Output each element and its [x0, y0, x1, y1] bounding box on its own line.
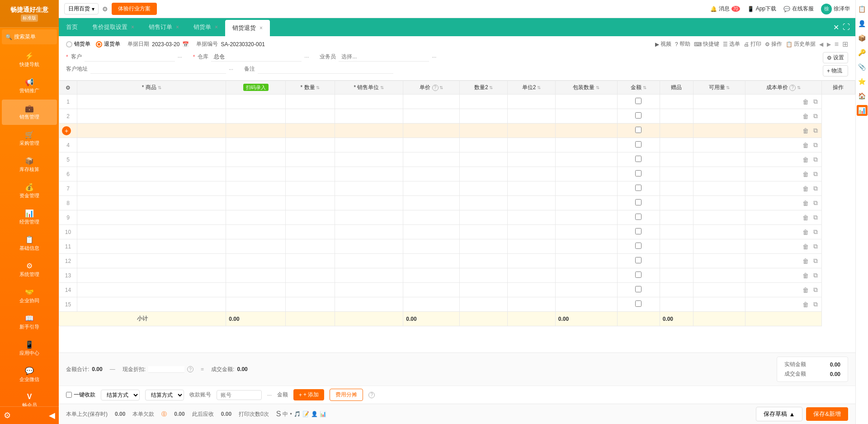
delete-btn-11[interactable]: 🗑	[802, 242, 810, 251]
row-unit2-11[interactable]	[460, 239, 508, 254]
delete-btn-2[interactable]: 🗑	[802, 112, 810, 121]
row-price-7[interactable]	[335, 181, 403, 196]
row-available-6[interactable]	[660, 167, 693, 181]
copy-btn-4[interactable]: ⧉	[812, 140, 819, 150]
action-shortcut[interactable]: ⌨ 快捷键	[694, 40, 719, 48]
warehouse-input[interactable]	[211, 52, 302, 62]
right-icon-5[interactable]: 📎	[857, 62, 868, 72]
row-price-13[interactable]	[335, 268, 403, 283]
copy-btn-15[interactable]: ⧉	[812, 300, 819, 309]
row-qty-1[interactable]	[226, 95, 286, 109]
row-qty-5[interactable]	[226, 152, 286, 167]
row-price-9[interactable]	[335, 210, 403, 225]
row-product-5[interactable]	[77, 152, 226, 167]
account-more-btn[interactable]: ···	[267, 392, 272, 398]
action-help[interactable]: ? 帮助	[675, 40, 690, 48]
row-available-1[interactable]	[660, 95, 693, 109]
add-row-btn[interactable]: +	[62, 126, 71, 135]
col-price[interactable]: 单价 ?	[403, 81, 460, 95]
sidebar-item-search-menu[interactable]: 🔍 搜索菜单	[2, 29, 57, 44]
tab-sales-return[interactable]: 销货退货 ×	[225, 20, 270, 36]
row-unit-13[interactable]	[286, 268, 335, 283]
logistics-btn[interactable]: + 物流	[823, 65, 848, 76]
row-pack-11[interactable]	[508, 239, 556, 254]
row-pack-9[interactable]	[508, 210, 556, 225]
copy-btn-1[interactable]: ⧉	[812, 97, 819, 106]
gift-checkbox-3[interactable]	[635, 127, 642, 133]
nav-prev-icon[interactable]: ◀	[819, 41, 823, 48]
row-price-15[interactable]	[335, 297, 403, 312]
sidebar-item-basic-info[interactable]: 📋 基础信息	[2, 231, 57, 256]
row-product-6[interactable]	[77, 167, 226, 181]
row-available-11[interactable]	[660, 239, 693, 254]
copy-btn-12[interactable]: ⧉	[812, 256, 819, 266]
copy-btn-3[interactable]: ⧉	[812, 126, 819, 135]
row-product-3[interactable]	[77, 124, 226, 138]
row-pack-7[interactable]	[508, 181, 556, 196]
row-qty-15[interactable]	[226, 297, 286, 312]
row-qty-7[interactable]	[226, 181, 286, 196]
copy-btn-11[interactable]: ⧉	[812, 242, 819, 251]
row-amount-5[interactable]	[555, 152, 617, 167]
row-qty2-14[interactable]	[403, 283, 460, 297]
row-product-7[interactable]	[77, 181, 226, 196]
row-qty2-11[interactable]	[403, 239, 460, 254]
row-unit-12[interactable]	[286, 254, 335, 268]
row-unit-10[interactable]	[286, 225, 335, 239]
customer-input[interactable]	[85, 52, 175, 62]
delete-btn-3[interactable]: 🗑	[802, 126, 810, 135]
delete-btn-7[interactable]: 🗑	[802, 184, 810, 193]
row-available-4[interactable]	[660, 138, 693, 152]
row-product-2[interactable]	[77, 109, 226, 124]
row-unit2-2[interactable]	[460, 109, 508, 124]
collapse-icon[interactable]: ◀	[49, 410, 55, 420]
row-product-12[interactable]	[77, 254, 226, 268]
gift-checkbox-13[interactable]	[635, 272, 642, 278]
row-available-12[interactable]	[660, 254, 693, 268]
copy-btn-7[interactable]: ⧉	[812, 184, 819, 193]
copy-btn-5[interactable]: ⧉	[812, 155, 819, 164]
row-pack-15[interactable]	[508, 297, 556, 312]
view-list-icon[interactable]: ≡	[835, 40, 839, 48]
action-history[interactable]: 📋 历史单据	[786, 40, 816, 48]
col-unit[interactable]: * 销售单位	[335, 81, 403, 95]
row-qty2-5[interactable]	[403, 152, 460, 167]
right-icon-6[interactable]: ⭐	[857, 76, 868, 87]
row-unit2-1[interactable]	[460, 95, 508, 109]
row-price-5[interactable]	[335, 152, 403, 167]
row-product-1[interactable]	[77, 95, 226, 109]
sidebar-item-inventory[interactable]: 📦 库存核算	[2, 152, 57, 177]
copy-btn-14[interactable]: ⧉	[812, 285, 819, 295]
sidebar-item-sales-mgmt[interactable]: 💼 销售管理	[2, 100, 57, 125]
delete-btn-1[interactable]: 🗑	[802, 97, 810, 106]
online-service-area[interactable]: 💬 在线客服	[783, 5, 814, 13]
row-product-14[interactable]	[77, 283, 226, 297]
row-unit-14[interactable]	[286, 283, 335, 297]
row-qty2-2[interactable]	[403, 109, 460, 124]
row-qty-9[interactable]	[226, 210, 286, 225]
row-amount-7[interactable]	[555, 181, 617, 196]
row-cost-1[interactable]	[693, 95, 745, 109]
close-all-icon[interactable]: ✕	[833, 23, 839, 32]
copy-btn-6[interactable]: ⧉	[812, 169, 819, 179]
col-gear[interactable]: ⚙	[59, 81, 77, 95]
row-cost-8[interactable]	[693, 196, 745, 210]
row-amount-11[interactable]	[555, 239, 617, 254]
row-price-4[interactable]	[335, 138, 403, 152]
address-more-btn[interactable]: ···	[229, 66, 233, 72]
row-product-4[interactable]	[77, 138, 226, 152]
row-pack-6[interactable]	[508, 167, 556, 181]
row-qty2-10[interactable]	[403, 225, 460, 239]
gift-checkbox-15[interactable]	[635, 300, 642, 307]
copy-btn-13[interactable]: ⧉	[812, 271, 819, 280]
fee-split-btn[interactable]: 费用分摊	[330, 389, 363, 401]
radio-sales[interactable]: 销货单	[66, 40, 90, 48]
row-qty2-3[interactable]	[403, 124, 460, 138]
sidebar-item-membership[interactable]: V 畅会员	[2, 388, 57, 406]
delete-btn-12[interactable]: 🗑	[802, 257, 810, 266]
row-product-8[interactable]	[77, 196, 226, 210]
delete-btn-13[interactable]: 🗑	[802, 271, 810, 280]
row-qty-14[interactable]	[226, 283, 286, 297]
row-pack-14[interactable]	[508, 283, 556, 297]
delete-btn-6[interactable]: 🗑	[802, 170, 810, 179]
